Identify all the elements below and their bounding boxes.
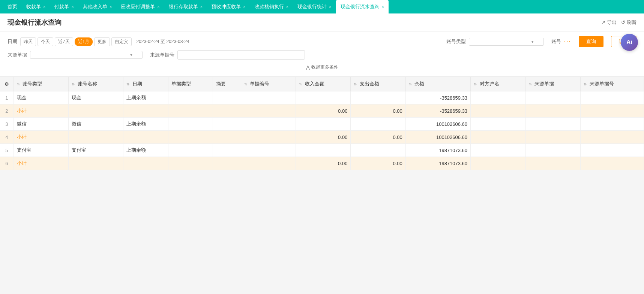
export-icon: ↗ — [601, 19, 605, 25]
cell-account-type: 小计 — [14, 157, 68, 170]
table-row[interactable]: 5支付宝支付宝上期余额19871073.60 — [0, 144, 644, 157]
cell-source-doc — [525, 104, 580, 118]
nav-other-income[interactable]: 其他收入单 × — [78, 0, 116, 13]
source-doc-filter-group: 来源单据 ▼ — [8, 51, 143, 59]
account-type-select[interactable]: ▼ — [469, 38, 544, 46]
account-dots-button[interactable]: ··· — [564, 38, 571, 45]
ai-label: Ai — [626, 39, 632, 46]
cell-date: 上期余额 — [123, 118, 168, 131]
query-button[interactable]: 查询 — [579, 36, 603, 47]
col-source-doc-no[interactable]: ⇅ 来源单据号 — [580, 77, 644, 91]
cell-account-name — [68, 157, 123, 170]
col-balance[interactable]: ⇅ 余额 — [405, 77, 470, 91]
col-settings[interactable]: ⚙ — [0, 77, 14, 91]
nav-prepay-offset-close[interactable]: × — [243, 4, 245, 9]
nav-payment-label: 付款单 — [54, 3, 69, 10]
nav-collection-exec-close[interactable]: × — [286, 4, 288, 9]
col-account-type[interactable]: ⇅ 账号类型 — [14, 77, 68, 91]
date-1month[interactable]: 近1月 — [75, 37, 93, 46]
col-doc-no[interactable]: ⇅ 单据编号 — [241, 77, 296, 91]
nav-bank-deposit-close[interactable]: × — [200, 4, 203, 9]
cell-balance: 100102606.60 — [405, 118, 470, 131]
table-row[interactable]: 1现金现金上期余额-3528659.33 — [0, 91, 644, 104]
nav-receipt[interactable]: 收款单 × — [22, 0, 50, 13]
cell-doc-no — [241, 157, 296, 170]
sort-date-icon: ⇅ — [126, 82, 129, 86]
cell-income — [296, 91, 350, 104]
source-doc-no-input[interactable] — [177, 50, 305, 60]
nav-cash-bank-stat-close[interactable]: × — [329, 4, 331, 9]
date-7days[interactable]: 近7天 — [55, 37, 73, 46]
table-row[interactable]: 3微信微信上期余额100102606.60 — [0, 118, 644, 131]
col-source-doc[interactable]: ⇅ 来源单据 — [525, 77, 580, 91]
cell-account-name: 微信 — [68, 118, 123, 131]
nav-receivable-adjust-close[interactable]: × — [157, 4, 159, 9]
nav-cash-bank-stat[interactable]: 现金银行统计 × — [293, 0, 336, 13]
date-more[interactable]: 更多 — [94, 37, 110, 46]
cell-counterparty — [471, 131, 525, 144]
cell-counterparty — [471, 144, 525, 157]
date-filter-group: 日期 昨天 今天 近7天 近1月 更多 自定义 2023-02-24 至 202… — [8, 37, 189, 46]
collapse-bar[interactable]: ⋀ 收起更多条件 — [8, 63, 636, 72]
source-doc-arrow: ▼ — [129, 53, 133, 57]
refresh-label: 刷新 — [627, 19, 636, 26]
nav-bank-deposit[interactable]: 银行存取款单 × — [164, 0, 207, 13]
cell-counterparty — [471, 91, 525, 104]
page-header: 现金银行流水查询 ↗ 导出 ↺ 刷新 — [0, 13, 644, 31]
col-counterparty[interactable]: ⇅ 对方户名 — [471, 77, 525, 91]
cell-source-doc — [525, 118, 580, 131]
col-expense[interactable]: ⇅ 支出金额 — [351, 77, 405, 91]
col-date[interactable]: ⇅ 日期 — [123, 77, 168, 91]
nav-cash-bank-flow[interactable]: 现金银行流水查询 × — [336, 0, 389, 13]
date-yesterday[interactable]: 昨天 — [20, 37, 36, 46]
col-income[interactable]: ⇅ 收入金额 — [296, 77, 350, 91]
cell-expense — [351, 118, 405, 131]
table-row[interactable]: 4小计0.000.00100102606.60 — [0, 131, 644, 144]
date-label: 日期 — [8, 38, 17, 45]
sort-account-type-icon: ⇅ — [17, 82, 20, 86]
source-doc-select[interactable]: ▼ — [30, 51, 143, 59]
ai-assistant-button[interactable]: Ai — [621, 34, 638, 51]
cell-expense — [351, 91, 405, 104]
nav-receipt-label: 收款单 — [26, 3, 41, 10]
cell-source-doc-no — [580, 118, 644, 131]
nav-home[interactable]: 首页 — [3, 0, 22, 13]
cell-expense: 0.00 — [351, 131, 405, 144]
account-type-filter-group: 账号类型 ▼ — [446, 38, 544, 46]
nav-prepay-offset[interactable]: 预收冲应收单 × — [207, 0, 250, 13]
date-today[interactable]: 今天 — [38, 37, 53, 46]
cell-source-doc — [525, 131, 580, 144]
settings-col-icon: ⚙ — [5, 81, 9, 87]
export-label: 导出 — [607, 19, 617, 26]
refresh-button[interactable]: ↺ 刷新 — [621, 19, 636, 26]
nav-other-income-label: 其他收入单 — [83, 3, 107, 10]
nav-other-income-close[interactable]: × — [110, 4, 112, 9]
sort-expense-icon: ⇅ — [354, 82, 357, 86]
cell-summary — [213, 131, 241, 144]
page-title: 现金银行流水查询 — [8, 18, 62, 27]
cell-summary — [213, 118, 241, 131]
table-row[interactable]: 2小计0.000.00-3528659.33 — [0, 104, 644, 118]
cell-income: 0.00 — [296, 131, 350, 144]
cell-income: 0.00 — [296, 104, 350, 118]
account-label: 账号 — [551, 38, 561, 45]
nav-receipt-close[interactable]: × — [43, 4, 45, 9]
cell-account-name: 支付宝 — [68, 144, 123, 157]
nav-collection-exec[interactable]: 收款核销执行 × — [250, 0, 293, 13]
nav-payment-close[interactable]: × — [71, 4, 74, 9]
nav-receivable-adjust[interactable]: 应收应付调整单 × — [116, 0, 164, 13]
cell-counterparty — [471, 118, 525, 131]
nav-bank-deposit-label: 银行存取款单 — [169, 3, 198, 10]
date-custom[interactable]: 自定义 — [111, 37, 132, 46]
cell-account-name — [68, 131, 123, 144]
nav-payment[interactable]: 付款单 × — [50, 0, 78, 13]
nav-cash-bank-flow-close[interactable]: × — [382, 4, 384, 9]
export-button[interactable]: ↗ 导出 — [601, 19, 617, 26]
table-row[interactable]: 6小计0.000.0019871073.60 — [0, 157, 644, 170]
cell-balance: 19871073.60 — [405, 144, 470, 157]
filter-row-2: 来源单据 ▼ 来源单据号 — [8, 50, 636, 60]
col-account-name[interactable]: ⇅ 账号名称 — [68, 77, 123, 91]
account-type-label: 账号类型 — [446, 38, 466, 45]
cell-balance: 100102606.60 — [405, 131, 470, 144]
cell-counterparty — [471, 104, 525, 118]
